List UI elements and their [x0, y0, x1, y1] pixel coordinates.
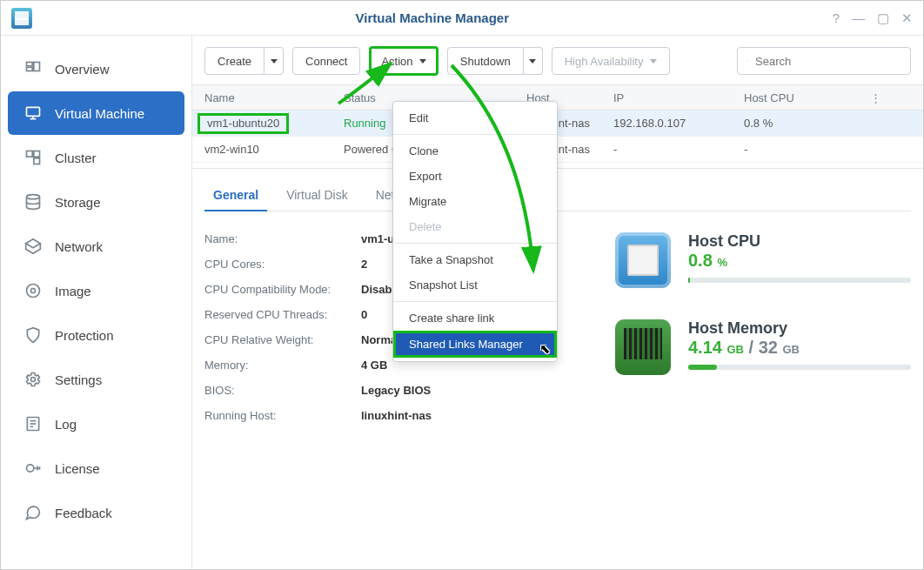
shutdown-dropdown-button[interactable]	[524, 47, 543, 75]
search-input[interactable]	[755, 55, 901, 68]
search-box[interactable]	[737, 47, 911, 75]
menu-edit[interactable]: Edit	[393, 105, 557, 131]
col-host-cpu[interactable]: Host CPU	[744, 91, 866, 104]
sidebar-item-network[interactable]: Network	[8, 225, 184, 268]
prop-key: Running Host:	[204, 409, 361, 422]
stat-value: 4.14	[688, 338, 722, 357]
menu-clone[interactable]: Clone	[393, 138, 557, 164]
stat-unit: %	[717, 256, 727, 269]
prop-val: linuxhint-nas	[361, 409, 432, 422]
sidebar-item-label: Overview	[55, 62, 110, 77]
close-icon[interactable]: ✕	[901, 10, 913, 26]
sidebar-item-cluster[interactable]: Cluster	[8, 136, 184, 179]
action-button-label: Action	[381, 55, 412, 68]
window-title: Virtual Machine Manager	[32, 10, 833, 25]
virtual-machine-icon	[23, 104, 43, 123]
window-titlebar: Virtual Machine Manager ? — ▢ ✕	[1, 1, 923, 36]
svg-point-11	[31, 289, 36, 293]
stat-title: Host CPU	[688, 232, 911, 251]
overview-icon	[23, 59, 43, 78]
col-name[interactable]: Name	[204, 91, 344, 104]
image-icon	[23, 281, 43, 300]
create-button[interactable]: Create	[204, 47, 264, 75]
menu-migrate[interactable]: Migrate	[393, 189, 557, 214]
table-row[interactable]: vm2-win10 Powered Off linuxhint-nas - -	[192, 137, 923, 163]
columns-more-icon[interactable]: ⋮	[866, 91, 881, 104]
cursor-icon: ⬉	[539, 341, 551, 357]
sidebar-item-log[interactable]: Log	[8, 402, 184, 446]
svg-rect-3	[27, 107, 40, 116]
col-ip[interactable]: IP	[613, 91, 744, 104]
menu-take-snapshot[interactable]: Take a Snapshot	[393, 247, 557, 272]
svg-line-19	[747, 61, 748, 62]
sidebar-item-label: Cluster	[55, 151, 97, 165]
sidebar-item-feedback[interactable]: Feedback	[8, 491, 184, 534]
help-icon[interactable]: ?	[833, 10, 840, 26]
sidebar-item-label: Storage	[55, 195, 101, 210]
sidebar-item-overview[interactable]: Overview	[8, 47, 184, 91]
svg-point-10	[27, 285, 40, 298]
sidebar-item-image[interactable]: Image	[8, 269, 184, 312]
action-button[interactable]: Action	[369, 46, 438, 76]
prop-val: Legacy BIOS	[361, 384, 431, 397]
network-icon	[23, 237, 43, 256]
caret-down-icon	[529, 59, 536, 64]
tab-general[interactable]: General	[210, 181, 262, 211]
prop-key: CPU Compatibility Mode:	[204, 283, 361, 296]
shutdown-button[interactable]: Shutdown	[447, 47, 524, 75]
table-row[interactable]: vm1-ubuntu20 Running linuxhint-nas 192.1…	[192, 111, 923, 137]
prop-key: Reserved CPU Threads:	[204, 308, 361, 321]
cell-host-cpu: 0.8 %	[744, 117, 866, 130]
sidebar-item-license[interactable]: License	[8, 446, 184, 490]
app-icon	[11, 8, 32, 29]
toolbar: Create Connect Action Shutdown High Avai…	[192, 36, 923, 84]
tab-virtual-disk[interactable]: Virtual Disk	[283, 181, 352, 211]
menu-snapshot-list[interactable]: Snapshot List	[393, 272, 557, 298]
prop-val: 0	[361, 308, 367, 321]
memory-icon	[615, 319, 671, 375]
menu-create-share-link[interactable]: Create share link	[393, 305, 557, 331]
cell-name: vm2-win10	[204, 143, 344, 156]
cell-ip: -	[613, 143, 744, 156]
connect-button[interactable]: Connect	[292, 47, 360, 75]
sidebar-item-protection[interactable]: Protection	[8, 313, 184, 357]
stat-bar	[688, 278, 911, 283]
sidebar-item-label: License	[55, 461, 100, 476]
sidebar-item-label: Network	[55, 239, 103, 254]
svg-point-18	[747, 60, 747, 61]
prop-key: CPU Relative Weight:	[204, 333, 361, 346]
cpu-icon	[615, 232, 671, 288]
prop-val: 4 GB	[361, 359, 387, 372]
svg-point-9	[27, 195, 40, 199]
cell-ip: 192.168.0.107	[613, 117, 744, 130]
menu-delete: Delete	[393, 214, 557, 239]
settings-icon	[23, 370, 43, 389]
detail-panel: General Virtual Disk Network High Availa…	[192, 168, 923, 569]
high-availability-button[interactable]: High Availability	[552, 47, 670, 75]
high-availability-label: High Availability	[565, 55, 644, 68]
menu-shared-links-manager[interactable]: Shared Links Manager ⬉	[393, 331, 557, 358]
sidebar-item-label: Settings	[55, 372, 102, 387]
minimize-icon[interactable]: —	[852, 10, 865, 26]
detail-tabs: General Virtual Disk Network High Availa…	[204, 169, 911, 211]
storage-icon	[23, 192, 43, 211]
table-header: Name Status Host IP Host CPU ⋮	[192, 84, 923, 111]
sidebar-item-storage[interactable]: Storage	[8, 180, 184, 224]
menu-separator	[393, 134, 557, 135]
svg-rect-6	[27, 151, 33, 158]
create-dropdown-button[interactable]	[264, 47, 284, 75]
svg-point-17	[27, 465, 34, 472]
svg-point-12	[31, 378, 36, 382]
stat-title: Host Memory	[688, 319, 911, 338]
sidebar-item-label: Log	[55, 417, 77, 432]
stat-value: 0.8	[688, 251, 713, 270]
menu-export[interactable]: Export	[393, 164, 557, 189]
svg-rect-1	[27, 67, 33, 70]
cell-name: vm1-ubuntu20	[204, 113, 344, 134]
sidebar-item-settings[interactable]: Settings	[8, 358, 184, 401]
maximize-icon[interactable]: ▢	[877, 10, 889, 26]
sidebar-item-label: Protection	[55, 328, 114, 343]
sidebar-item-virtual-machine[interactable]: Virtual Machine	[8, 91, 184, 135]
sidebar-item-label: Image	[55, 284, 91, 298]
svg-rect-0	[27, 63, 33, 66]
